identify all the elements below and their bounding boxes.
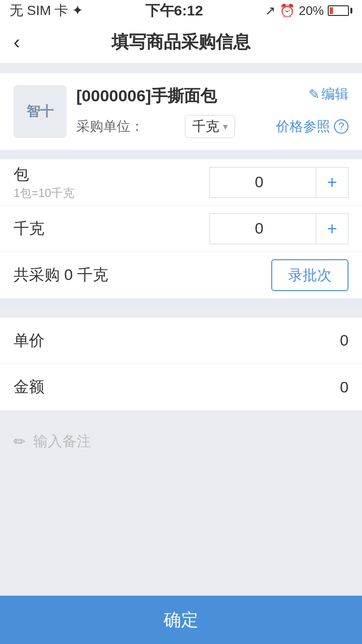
confirm-button[interactable]: 确定 bbox=[0, 596, 362, 644]
sim-label: 无 SIM 卡 ✦ bbox=[10, 1, 83, 20]
remark-section[interactable]: ✏ 输入备注 bbox=[0, 420, 362, 463]
location-icon: ↗ bbox=[265, 3, 276, 18]
product-card: 智十 [0000006]手撕面包 ✎ 编辑 采购单位： 千克 ▾ 价格参照 ? bbox=[0, 73, 362, 150]
remark-placeholder: 输入备注 bbox=[33, 432, 91, 451]
edit-label: 编辑 bbox=[321, 85, 348, 103]
amount-label: 金额 bbox=[14, 377, 44, 398]
chevron-down-icon: ▾ bbox=[223, 121, 228, 132]
section-divider-2 bbox=[0, 298, 362, 308]
bao-input-row: 包 1包=10千克 + bbox=[0, 159, 362, 206]
unit-select[interactable]: 千克 ▾ bbox=[185, 115, 235, 138]
back-button[interactable]: ‹ bbox=[14, 31, 20, 53]
status-time: 下午6:12 bbox=[145, 1, 203, 21]
kg-plus-button[interactable]: + bbox=[316, 213, 348, 244]
edit-icon: ✎ bbox=[308, 86, 320, 102]
kg-label: 千克 bbox=[14, 218, 44, 239]
pencil-icon: ✏ bbox=[14, 433, 26, 450]
kg-input[interactable] bbox=[209, 213, 316, 244]
edit-button[interactable]: ✎ 编辑 bbox=[308, 85, 348, 103]
price-section: 单价 0 金额 0 bbox=[0, 318, 362, 410]
product-info: [0000006]手撕面包 ✎ 编辑 采购单位： 千克 ▾ 价格参照 ? bbox=[76, 85, 348, 138]
amount-value: 0 bbox=[340, 378, 348, 396]
bao-plus-button[interactable]: + bbox=[316, 167, 348, 198]
bao-label: 包 bbox=[14, 164, 74, 185]
unit-price-row: 单价 0 bbox=[0, 318, 362, 364]
product-image: 智十 bbox=[14, 85, 67, 138]
record-batch-button[interactable]: 录批次 bbox=[271, 259, 348, 291]
product-logo-text: 智十 bbox=[27, 102, 54, 121]
nav-bar: ‹ 填写商品采购信息 bbox=[0, 21, 362, 64]
summary-text: 共采购 0 千克 bbox=[14, 265, 108, 286]
product-name: [0000006]手撕面包 bbox=[76, 85, 217, 107]
status-bar: 无 SIM 卡 ✦ 下午6:12 ↗ ⏰ 20% bbox=[0, 0, 362, 21]
price-ref-button[interactable]: 价格参照 ? bbox=[276, 117, 348, 136]
alarm-icon: ⏰ bbox=[279, 3, 295, 18]
unit-value: 千克 bbox=[192, 117, 219, 136]
status-right: ↗ ⏰ 20% bbox=[265, 3, 352, 18]
bao-input[interactable] bbox=[209, 167, 316, 198]
status-left: 无 SIM 卡 ✦ bbox=[10, 1, 83, 20]
page-title: 填写商品采购信息 bbox=[111, 30, 251, 54]
summary-prefix: 共采购 bbox=[14, 266, 60, 283]
question-circle-icon: ? bbox=[334, 119, 348, 134]
bao-sub-label: 1包=10千克 bbox=[14, 185, 74, 201]
amount-row: 金额 0 bbox=[0, 364, 362, 410]
price-ref-label: 价格参照 bbox=[276, 117, 330, 136]
content-spacer bbox=[0, 463, 362, 608]
unit-price-value: 0 bbox=[340, 332, 348, 350]
input-section: 包 1包=10千克 + 千克 + 共采购 0 bbox=[0, 159, 362, 298]
battery-percent: 20% bbox=[299, 3, 324, 18]
kg-input-row: 千克 + bbox=[0, 206, 362, 252]
section-divider-1 bbox=[0, 150, 362, 159]
unit-label: 采购单位： bbox=[76, 117, 144, 136]
unit-price-label: 单价 bbox=[14, 330, 44, 351]
battery-icon bbox=[328, 5, 352, 16]
summary-unit-label: 千克 bbox=[77, 266, 108, 283]
summary-amount-value: 0 bbox=[64, 266, 73, 283]
summary-row: 共采购 0 千克 录批次 bbox=[0, 252, 362, 298]
